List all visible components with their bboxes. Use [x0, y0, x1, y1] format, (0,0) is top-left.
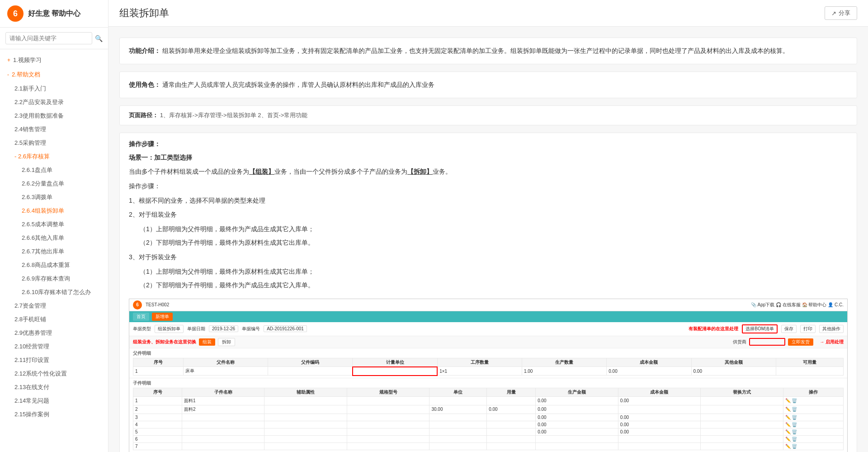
lth-seq: 序号 — [133, 388, 182, 396]
role-text: 通常由生产人员或库管人员完成拆装业务的操作，库管人员确认原材料的出库和产成品的入… — [162, 81, 434, 88]
ltd-attr — [264, 396, 347, 405]
ltd-cost — [618, 405, 700, 414]
breadcrumb-label: 页面路径： — [129, 112, 158, 119]
nav-subitem-2-13[interactable]: 2.13在线支付 — [0, 381, 108, 394]
nav-tree: + 1.视频学习 - 2.帮助文档 2.1新手入门 2.2产品安装及登录 2.3… — [0, 49, 108, 452]
scenario-desc: 当由多个子件材料组装成一个成品的业务为【组装】业务，当由一个父件拆分成多个子产品… — [129, 166, 848, 178]
table-row: 2 面料2 30.00 0.00 0.00 — [133, 405, 844, 414]
th-cost: 成本金额 — [607, 358, 691, 367]
td-prod-qty: 1.00 — [522, 367, 606, 376]
nav-subitem-2-10[interactable]: 2.10经营管理 — [0, 340, 108, 353]
bom-button[interactable]: 选择BOM清单 — [742, 324, 778, 333]
nav-subitem-2-3[interactable]: 2.3使用前数据准备 — [0, 109, 108, 123]
lth-attr: 辅助属性 — [264, 388, 347, 396]
mock-form-fields: 单据类型 组装拆卸单 单据日期 2019-12-26 单据编号 AD-20191… — [129, 322, 847, 336]
lth-cost: 成本金额 — [618, 388, 700, 396]
mock-nav-home[interactable]: 首页 — [133, 313, 149, 321]
mock-nav-bar: 首页 新增单 — [129, 311, 847, 322]
field-no[interactable]: AD-20191226-001 — [264, 325, 307, 332]
nav-subitem-2-6-7[interactable]: 2.6.7其他出库单 — [0, 245, 108, 258]
table-row: 7✏️ 🗑️ — [133, 442, 844, 450]
nav-subitem-2-7[interactable]: 2.7资金管理 — [0, 299, 108, 313]
field-type[interactable]: 组装拆卸单 — [155, 325, 184, 333]
annotation-switch: 组装业务、拆卸业务在这里切换 — [133, 339, 196, 345]
nav-subitem-2-6[interactable]: - 2.6库存核算 — [0, 150, 108, 163]
nav-subitem-2-6-2[interactable]: 2.6.2分量盘点单 — [0, 177, 108, 190]
mock-nav-new[interactable]: 新增单 — [152, 313, 173, 321]
ltd-prod-amt: 0.00 — [536, 405, 618, 414]
nav-subitem-2-5[interactable]: 2.5采购管理 — [0, 136, 108, 150]
nav-subitem-2-6-9[interactable]: 2.6.9库存账本查询 — [0, 272, 108, 285]
ltd-unit: 30.00 — [429, 405, 487, 414]
print-button[interactable]: 打印 — [800, 325, 816, 333]
nav-item-label: 2.帮助文档 — [12, 71, 40, 79]
main-header: 组装拆卸单 ↗ 分享 — [108, 0, 868, 27]
nav-subitem-2-8[interactable]: 2.8手机旺铺 — [0, 313, 108, 326]
save-button[interactable]: 保存 — [781, 325, 797, 333]
nav-subitem-2-6-3[interactable]: 2.6.3调拨单 — [0, 190, 108, 204]
nav-subitem-2-1[interactable]: 2.1新手入门 — [0, 82, 108, 95]
upper-table: 序号 父件名称 父件编码 计量单位 工序数量 生产数量 成本金额 其他金额 可用 — [133, 358, 844, 376]
nav-subitem-2-9[interactable]: 2.9优惠券管理 — [0, 326, 108, 340]
field-date[interactable]: 2019-12-26 — [209, 325, 238, 332]
step-2-1: （1）上部明细为父件明细，最终作为产成品生成其它入库单； — [129, 223, 848, 235]
nav-item-docs[interactable]: - 2.帮助文档 — [0, 67, 108, 82]
nav-subitem-2-6-8[interactable]: 2.6.8商品成本重算 — [0, 258, 108, 272]
mock-app-id: TEST-H002 — [146, 302, 169, 307]
mock-topbar: 6 TEST-H002 📎 App下载 🎧 在线客服 🏠 帮助中心 👤 C.C. — [129, 299, 847, 311]
th-unit: 计量单位 — [353, 358, 437, 367]
mock-app-screenshot: 6 TEST-H002 📎 App下载 🎧 在线客服 🏠 帮助中心 👤 C.C.… — [129, 299, 848, 452]
ltd-op: ✏️ 🗑️ — [783, 396, 843, 405]
tab-disassemble[interactable]: 拆卸 — [218, 338, 235, 346]
search-box: 🔍 — [0, 28, 108, 49]
td-other: 0.00 — [691, 367, 776, 376]
ltd-name — [182, 414, 264, 421]
nav-subitem-2-2[interactable]: 2.2产品安装及登录 — [0, 95, 108, 109]
nav-subitem-2-12[interactable]: 2.12系统个性化设置 — [0, 367, 108, 381]
ltd-usage: 0.00 — [487, 405, 536, 414]
supplier-field[interactable] — [749, 338, 785, 346]
intro-card: 功能介绍： 组装拆卸单用来处理企业组装或拆卸等加工业务，支持有固定装配清单的产品… — [119, 38, 857, 64]
share-button[interactable]: ↗ 分享 — [825, 6, 857, 20]
search-input[interactable] — [5, 32, 92, 44]
search-button[interactable]: 🔍 — [95, 35, 103, 42]
th-parent-code: 父件编码 — [268, 358, 353, 367]
ltd-spec — [347, 405, 429, 414]
field-label-date: 单据日期 — [187, 326, 205, 332]
nav-subitem-2-4[interactable]: 2.4销售管理 — [0, 123, 108, 136]
nav-item-video[interactable]: + 1.视频学习 — [0, 53, 108, 67]
annotation-bom: 有装配清单的在这里处理 — [689, 326, 738, 332]
nav-subitem-2-6-5[interactable]: 2.6.5成本调整单 — [0, 218, 108, 231]
prefix-icon: + — [7, 57, 10, 63]
nav-subitem-2-6-1[interactable]: 2.6.1盘点单 — [0, 163, 108, 177]
ltd-usage — [487, 396, 536, 405]
mock-content-area: 单据类型 组装拆卸单 单据日期 2019-12-26 单据编号 AD-20191… — [129, 322, 847, 452]
screenshot-area: 6 TEST-H002 📎 App下载 🎧 在线客服 🏠 帮助中心 👤 C.C.… — [129, 299, 848, 452]
ltd-seq: 7 — [133, 442, 182, 450]
field-label-supplier: 供货商 — [733, 339, 746, 345]
nav-item-label: 1.视频学习 — [13, 56, 42, 64]
role-label: 使用角色： — [129, 81, 160, 88]
tab-assemble[interactable]: 组装 — [199, 338, 215, 346]
nav-subitem-2-11[interactable]: 2.11打印设置 — [0, 353, 108, 367]
th-available: 可用量 — [776, 358, 843, 367]
confirm-button[interactable]: 立即发货 — [788, 338, 813, 346]
nav-subitem-2-14[interactable]: 2.14常见问题 — [0, 394, 108, 408]
scenario-title: 场景一：加工类型选择 — [129, 154, 848, 162]
nav-subitem-2-6-4[interactable]: 2.6.4组装拆卸单 — [0, 204, 108, 218]
other-button[interactable]: 其他操作 — [819, 325, 844, 333]
td-seq: 1 — [133, 367, 184, 376]
td-parent-name: 床单 — [183, 367, 268, 376]
step-2-2: （2）下部明细为子件明细，最终作为原材料生成其它出库单。 — [129, 237, 848, 249]
intro-label: 功能介绍： — [129, 47, 160, 54]
steps-title: 操作步骤： — [129, 140, 848, 148]
th-other-amt: 其他金额 — [691, 358, 776, 367]
nav-subitem-2-6-6[interactable]: 2.6.6其他入库单 — [0, 231, 108, 245]
role-card: 使用角色： 通常由生产人员或库管人员完成拆装业务的操作，库管人员确认原材料的出库… — [119, 71, 857, 98]
ltd-attr — [264, 405, 347, 414]
nav-subitem-2-6-10[interactable]: 2.6.10库存账本错了怎么办 — [0, 285, 108, 299]
ltd-seq: 1 — [133, 396, 182, 405]
ltd-cost: 0.00 — [618, 396, 700, 405]
mock-lower-table-area: 子件明细 序号 子件名称 辅助属性 规格型号 单位 用量 — [129, 378, 847, 452]
nav-subitem-2-15[interactable]: 2.15操作案例 — [0, 408, 108, 421]
